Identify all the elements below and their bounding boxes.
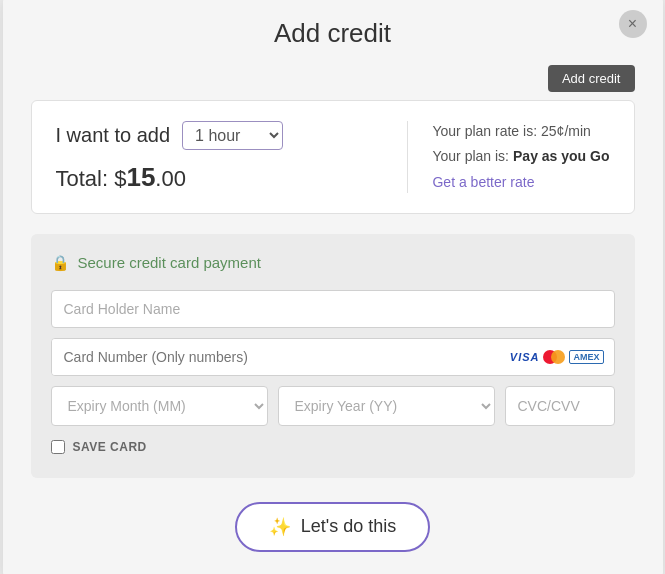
close-button[interactable]: × — [619, 10, 647, 38]
save-card-label: SAVE CARD — [73, 440, 147, 454]
modal-container: × Add credit Add credit I want to add 1 … — [3, 0, 663, 574]
visa-logo: VISA — [510, 351, 540, 363]
better-rate-row: Get a better rate — [432, 170, 609, 195]
lets-do-button[interactable]: ✨ Let's do this — [235, 502, 431, 552]
magic-icon: ✨ — [269, 516, 291, 538]
expiry-year-select[interactable]: Expiry Year (YY) 24252627 282930 — [278, 386, 495, 426]
lock-icon: 🔒 — [51, 254, 70, 272]
card-logos: VISA AMEX — [510, 350, 614, 364]
total-decimal: .00 — [155, 166, 186, 191]
cvc-input[interactable] — [505, 386, 615, 426]
plan-is-line: Your plan is: Pay as you Go — [432, 144, 609, 169]
action-row: ✨ Let's do this — [31, 502, 635, 552]
want-to-add-row: I want to add 1 hour 2 hours 3 hours 5 h… — [56, 121, 384, 150]
plan-rate-line: Your plan rate is: 25¢/min — [432, 119, 609, 144]
plan-rate-value: 25¢/min — [541, 119, 591, 144]
card-number-input[interactable] — [52, 339, 510, 375]
lets-do-label: Let's do this — [301, 516, 397, 537]
plan-rate-prefix: Your plan rate is: — [432, 119, 537, 144]
save-card-row: SAVE CARD — [51, 440, 615, 454]
credit-right-panel: Your plan rate is: 25¢/min Your plan is:… — [408, 119, 609, 195]
card-holder-row — [51, 290, 615, 328]
plan-name: Pay as you Go — [513, 144, 609, 169]
hour-select[interactable]: 1 hour 2 hours 3 hours 5 hours 10 hours — [182, 121, 283, 150]
expiry-cvc-row: Expiry Month (MM) 01020304 05060708 0910… — [51, 386, 615, 426]
modal-title: Add credit — [31, 18, 635, 49]
card-number-row: VISA AMEX — [51, 338, 615, 376]
card-holder-input[interactable] — [51, 290, 615, 328]
better-rate-link[interactable]: Get a better rate — [432, 174, 534, 190]
total-integer: 15 — [126, 162, 155, 192]
amex-logo: AMEX — [569, 350, 603, 364]
expiry-month-select[interactable]: Expiry Month (MM) 01020304 05060708 0910… — [51, 386, 268, 426]
add-credit-top-button[interactable]: Add credit — [548, 65, 635, 92]
mastercard-logo — [543, 350, 565, 364]
credit-info-box: I want to add 1 hour 2 hours 3 hours 5 h… — [31, 100, 635, 214]
total-row: Total: $15.00 — [56, 162, 384, 193]
add-credit-top-row: Add credit — [31, 65, 635, 92]
plan-is-prefix: Your plan is: — [432, 144, 509, 169]
save-card-checkbox[interactable] — [51, 440, 65, 454]
total-label: Total: $ — [56, 166, 127, 191]
close-icon: × — [628, 15, 637, 33]
secure-label-row: 🔒 Secure credit card payment — [51, 254, 615, 272]
secure-label-text: Secure credit card payment — [78, 254, 261, 271]
credit-left-panel: I want to add 1 hour 2 hours 3 hours 5 h… — [56, 121, 409, 193]
want-to-add-label: I want to add — [56, 124, 171, 147]
secure-payment-section: 🔒 Secure credit card payment VISA AMEX E… — [31, 234, 635, 478]
